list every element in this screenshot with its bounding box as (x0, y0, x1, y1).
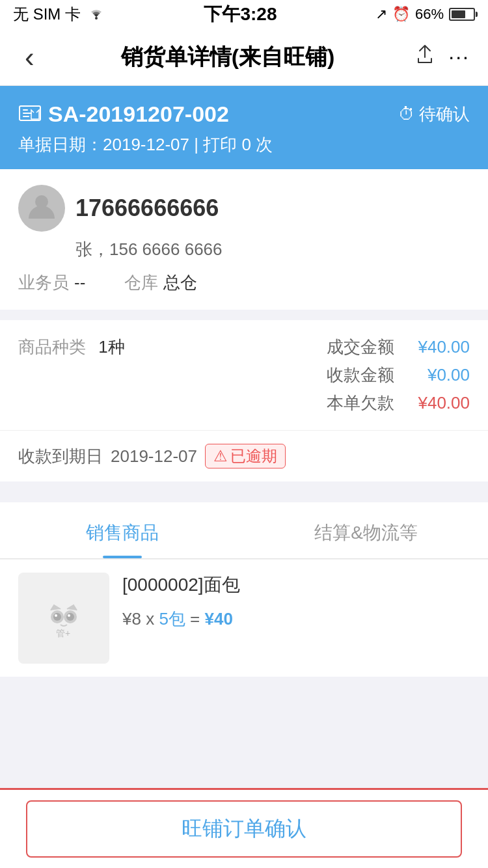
status-bar: 无 SIM 卡 下午3:28 ↗ ⏰ 66% (0, 0, 488, 29)
back-icon: ‹ (25, 41, 34, 73)
share-button[interactable] (414, 44, 435, 70)
status-text: 待确认 (419, 103, 470, 126)
received-amount-value: ¥0.00 (405, 365, 470, 385)
alarm-icon: ⏰ (392, 6, 410, 23)
order-date: 单据日期：2019-12-07 | 打印 0 次 (18, 133, 470, 156)
order-status: ⏱ 待确认 (398, 103, 470, 126)
warehouse-label: 仓库 (124, 271, 158, 294)
warehouse-field: 仓库 总仓 (124, 271, 197, 294)
divider-1 (0, 310, 488, 320)
tab-sales-products[interactable]: 销售商品 (0, 502, 244, 558)
overdue-text: 已逾期 (230, 446, 277, 467)
nav-actions: ··· (414, 44, 470, 70)
debt-amount-row: 本单欠款 ¥40.00 (327, 392, 470, 414)
customer-meta: 业务员 -- 仓库 总仓 (18, 271, 470, 294)
due-date-label: 收款到期日 (18, 445, 103, 468)
svg-point-5 (53, 613, 61, 621)
tabs-container: 销售商品 结算&物流等 (0, 502, 488, 559)
product-kind-value: 1种 (98, 337, 124, 357)
bottom-bar: 旺铺订单确认 (0, 788, 488, 868)
equals-sign: = (185, 609, 205, 629)
deal-amount-label: 成交金额 (327, 336, 394, 359)
page-title: 销货单详情(来自旺铺) (121, 42, 335, 72)
location-icon: ↗ (375, 6, 387, 23)
salesperson-value: -- (74, 273, 85, 293)
salesperson-label: 业务员 (18, 271, 69, 294)
product-item: 管+ [0000002]面包 ¥8 x 5包 = ¥40 (0, 559, 488, 677)
order-id: SA-20191207-002 (18, 102, 229, 127)
order-id-text: SA-20191207-002 (48, 102, 229, 127)
wifi-icon (87, 5, 105, 23)
order-header: SA-20191207-002 ⏱ 待确认 单据日期：2019-12-07 | … (0, 86, 488, 169)
status-right: ↗ ⏰ 66% (375, 6, 475, 23)
deal-amount-value: ¥40.00 (405, 337, 470, 357)
svg-text:管+: 管+ (56, 628, 70, 638)
product-qty: 5包 (159, 609, 185, 629)
nav-bar: ‹ 销货单详情(来自旺铺) ··· (0, 29, 488, 86)
product-thumbnail: 管+ (18, 573, 109, 664)
salesperson-field: 业务员 -- (18, 271, 85, 294)
deal-amount-row: 成交金额 ¥40.00 (327, 336, 470, 359)
customer-row: 17666666666 (18, 185, 470, 232)
svg-point-8 (68, 614, 70, 617)
product-price: ¥8 x 5包 = ¥40 (122, 608, 470, 631)
svg-point-0 (95, 17, 98, 20)
svg-point-6 (66, 613, 74, 621)
summary-section: 商品种类 1种 成交金额 ¥40.00 收款金额 ¥0.00 本单欠款 ¥40.… (0, 320, 488, 430)
product-total: ¥40 (204, 609, 232, 629)
received-amount-row: 收款金额 ¥0.00 (327, 364, 470, 387)
status-left: 无 SIM 卡 (13, 4, 105, 25)
product-kind-label: 商品种类 (18, 337, 86, 357)
due-date-value: 2019-12-07 (111, 446, 197, 467)
received-amount-label: 收款金额 (327, 364, 394, 387)
order-icon (18, 102, 42, 127)
avatar-icon (26, 190, 57, 227)
due-date-section: 收款到期日 2019-12-07 ⚠ 已逾期 (0, 430, 488, 481)
overdue-icon: ⚠ (213, 447, 228, 465)
status-clock-icon: ⏱ (398, 104, 415, 124)
back-button[interactable]: ‹ (18, 34, 41, 80)
order-id-row: SA-20191207-002 ⏱ 待确认 (18, 102, 470, 127)
battery-percentage: 66% (415, 6, 444, 23)
customer-name: 张，156 6666 6666 (75, 238, 470, 261)
summary-left: 商品种类 1种 (18, 336, 125, 359)
svg-point-7 (55, 614, 57, 617)
more-button[interactable]: ··· (448, 45, 470, 69)
divider-2 (0, 481, 488, 492)
product-logo: 管+ (38, 599, 90, 638)
confirm-order-button[interactable]: 旺铺订单确认 (26, 800, 462, 858)
carrier-label: 无 SIM 卡 (13, 4, 81, 25)
warehouse-value: 总仓 (163, 271, 197, 294)
battery-fill (452, 10, 465, 18)
customer-phone: 17666666666 (75, 195, 219, 222)
product-info: [0000002]面包 ¥8 x 5包 = ¥40 (122, 573, 470, 631)
product-name: [0000002]面包 (122, 573, 470, 597)
status-time: 下午3:28 (204, 2, 277, 27)
battery-icon (449, 8, 475, 21)
avatar (18, 185, 65, 232)
summary-right: 成交金额 ¥40.00 收款金额 ¥0.00 本单欠款 ¥40.00 (327, 336, 470, 414)
overdue-badge: ⚠ 已逾期 (205, 444, 286, 468)
customer-section: 17666666666 张，156 6666 6666 业务员 -- 仓库 总仓 (0, 169, 488, 310)
debt-amount-value: ¥40.00 (405, 393, 470, 413)
debt-amount-label: 本单欠款 (327, 392, 394, 414)
price-label: ¥8 x (122, 609, 159, 629)
tab-settlement-logistics[interactable]: 结算&物流等 (244, 502, 488, 558)
